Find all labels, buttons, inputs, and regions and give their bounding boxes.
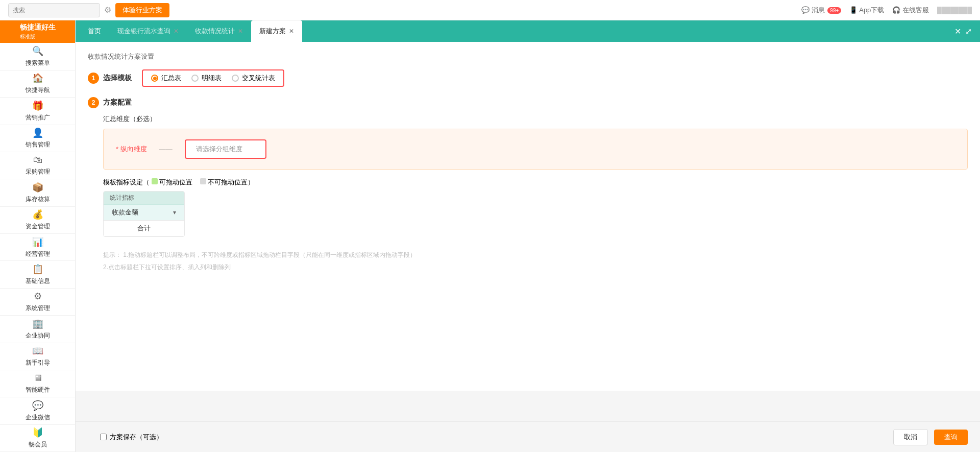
- sidebar-item-label: 快捷导航: [26, 86, 50, 94]
- message-label[interactable]: 💬 消息 99+: [801, 6, 841, 15]
- dimension-area: * 纵向维度 —— 请选择分组维度: [103, 129, 968, 170]
- tab-collection-stat-label: 收款情况统计: [195, 27, 235, 36]
- section2-num: 2: [88, 97, 99, 108]
- page-content: 收款情况统计方案设置 1 选择模板 汇总表 明细表: [76, 42, 980, 421]
- sidebar-item-purchase[interactable]: 🛍 采购管理: [0, 152, 75, 179]
- dim-arrow: ——: [159, 146, 173, 153]
- sidebar-item-label: 系统管理: [26, 304, 50, 313]
- tab-bank-flow-label: 现金银行流水查询: [117, 27, 170, 36]
- message-badge: 99+: [827, 7, 841, 14]
- non-draggable-indicator: [200, 178, 206, 184]
- page-inner: 收款情况统计方案设置 1 选择模板 汇总表 明细表: [76, 42, 980, 391]
- vertical-dim-label: * 纵向维度: [116, 145, 147, 154]
- header-left: ⚙ 体验行业方案: [8, 3, 169, 17]
- system-icon: ⚙: [34, 291, 42, 302]
- sidebar-item-enterprise[interactable]: 🏢 企业协同: [0, 316, 75, 343]
- user-info: ████████: [937, 7, 972, 14]
- search-input[interactable]: [8, 3, 100, 17]
- search-menu-icon: 🔍: [32, 45, 43, 57]
- indicator-section-label: 模板指标设定（ 可拖动位置 不可拖动位置）: [103, 178, 254, 187]
- sidebar-item-basic[interactable]: 📋 基础信息: [0, 261, 75, 288]
- radio-detail-circle: [191, 75, 199, 82]
- sales-icon: 👤: [32, 127, 43, 138]
- radio-cross-label: 交叉统计表: [242, 74, 275, 83]
- sidebar-item-label: 企业微信: [26, 413, 50, 422]
- cancel-button[interactable]: 取消: [893, 429, 928, 445]
- indicator-col-label: 收款金额: [112, 208, 138, 217]
- section1-label: 选择模板: [103, 74, 132, 83]
- tab-bar: 首页 现金银行流水查询 ✕ 收款情况统计 ✕ 新建方案 ✕ ✕ ⤢: [76, 20, 980, 42]
- indicator-col-header[interactable]: 收款金额 ▾: [104, 205, 184, 221]
- tip-2: 2.点击标题栏下拉可设置排序、插入列和删除列: [103, 261, 968, 273]
- sidebar-item-label: 销售管理: [26, 140, 50, 149]
- tab-minimize-btn[interactable]: ✕: [954, 27, 961, 36]
- sidebar-item-label: 采购管理: [26, 168, 50, 176]
- marketing-icon: 🎁: [32, 100, 43, 111]
- sidebar-item-label: 资金管理: [26, 222, 50, 231]
- tips-area: 提示： 1.拖动标题栏可以调整布局，不可跨维度或指标区域拖动栏目字段（只能在同一…: [103, 249, 968, 273]
- save-checkbox-label: 方案保存（可选）: [110, 433, 163, 442]
- sidebar-item-label: 基础信息: [26, 277, 50, 286]
- header: ⚙ 体验行业方案 💬 消息 99+ 📱 App下载 🎧 在线客服 ███████…: [0, 0, 980, 20]
- sidebar-item-capital[interactable]: 💰 资金管理: [0, 207, 75, 234]
- radio-summary[interactable]: 汇总表: [151, 74, 181, 83]
- sidebar-item-quick-nav[interactable]: 🏠 快捷导航: [0, 70, 75, 98]
- sidebar-item-label: 新手引导: [26, 359, 50, 367]
- service-label[interactable]: 🎧 在线客服: [892, 6, 929, 15]
- section1-num: 1: [88, 73, 99, 84]
- draggable-label: 可拖动位置: [159, 178, 192, 186]
- query-button[interactable]: 查询: [934, 430, 968, 445]
- layout: 畅捷通好生 标准版 🔍 搜索菜单 🏠 快捷导航 🎁 营销推广 👤 销售管理 🛍 …: [0, 20, 980, 452]
- tab-new-plan[interactable]: 新建方案 ✕: [251, 20, 302, 42]
- tab-home[interactable]: 首页: [80, 20, 109, 42]
- radio-summary-circle: [151, 75, 158, 82]
- sidebar-item-label: 智能硬件: [26, 386, 50, 394]
- template-box: 汇总表 明细表 交叉统计表: [142, 69, 284, 87]
- radio-summary-label: 汇总表: [161, 74, 181, 83]
- sidebar-item-member[interactable]: 🔰 畅会员: [0, 425, 75, 452]
- tab-new-plan-label: 新建方案: [259, 27, 286, 36]
- main: 首页 现金银行流水查询 ✕ 收款情况统计 ✕ 新建方案 ✕ ✕ ⤢: [76, 20, 980, 452]
- sidebar-item-marketing[interactable]: 🎁 营销推广: [0, 98, 75, 125]
- sidebar-logo: 畅捷通好生 标准版: [0, 20, 75, 43]
- quick-nav-icon: 🏠: [32, 73, 43, 84]
- tab-close-collection-stat[interactable]: ✕: [238, 28, 243, 35]
- sidebar-item-inventory[interactable]: 📦 库存核算: [0, 179, 75, 206]
- sidebar-item-system[interactable]: ⚙ 系统管理: [0, 289, 75, 316]
- operation-icon: 📊: [32, 236, 43, 248]
- radio-group-template: 汇总表 明细表 交叉统计表: [151, 74, 275, 83]
- industry-btn[interactable]: 体验行业方案: [115, 3, 169, 17]
- tab-bank-flow[interactable]: 现金银行流水查询 ✕: [109, 20, 187, 42]
- breadcrumb: 收款情况统计方案设置: [88, 52, 968, 61]
- sidebar-item-smart[interactable]: 🖥 智能硬件: [0, 370, 75, 397]
- dimension-sub-section: 汇总维度（必选） * 纵向维度 —— 请选择分组维度 模板指标设定（ 可拖动位置: [88, 114, 968, 273]
- section2-label: 方案配置: [103, 98, 132, 107]
- dimension-section-title: 汇总维度（必选）: [103, 114, 968, 124]
- tab-collection-stat[interactable]: 收款情况统计 ✕: [187, 20, 251, 42]
- logo-text: 畅捷通好生: [20, 23, 56, 32]
- dim-select-box[interactable]: 请选择分组维度: [185, 139, 266, 159]
- sidebar-item-sales[interactable]: 👤 销售管理: [0, 125, 75, 152]
- radio-detail[interactable]: 明细表: [191, 74, 222, 83]
- tab-close-new-plan[interactable]: ✕: [289, 28, 294, 35]
- sidebar-item-wechat[interactable]: 💬 企业微信: [0, 397, 75, 424]
- radio-detail-label: 明细表: [202, 74, 222, 83]
- indicator-section: 模板指标设定（ 可拖动位置 不可拖动位置） 统计指标 收款: [103, 178, 968, 239]
- inventory-icon: 📦: [32, 182, 43, 193]
- gear-icon[interactable]: ⚙: [104, 5, 111, 15]
- save-checkbox[interactable]: [100, 434, 107, 440]
- sidebar-item-operation[interactable]: 📊 经营管理: [0, 234, 75, 261]
- radio-cross-circle: [232, 75, 239, 82]
- indicator-title-row: 模板指标设定（ 可拖动位置 不可拖动位置）: [103, 178, 968, 187]
- member-icon: 🔰: [32, 427, 43, 438]
- enterprise-icon: 🏢: [32, 318, 43, 329]
- tab-close-bank-flow[interactable]: ✕: [174, 28, 179, 35]
- stat-indicator-header: 统计指标: [104, 192, 184, 205]
- wechat-icon: 💬: [32, 400, 43, 411]
- tab-maximize-btn[interactable]: ⤢: [965, 27, 972, 36]
- radio-cross[interactable]: 交叉统计表: [232, 74, 275, 83]
- sidebar-item-search-menu[interactable]: 🔍 搜索菜单: [0, 43, 75, 70]
- section2-row: 2 方案配置: [88, 97, 968, 108]
- sidebar-item-guide[interactable]: 📖 新手引导: [0, 343, 75, 370]
- download-label[interactable]: 📱 App下载: [849, 6, 884, 15]
